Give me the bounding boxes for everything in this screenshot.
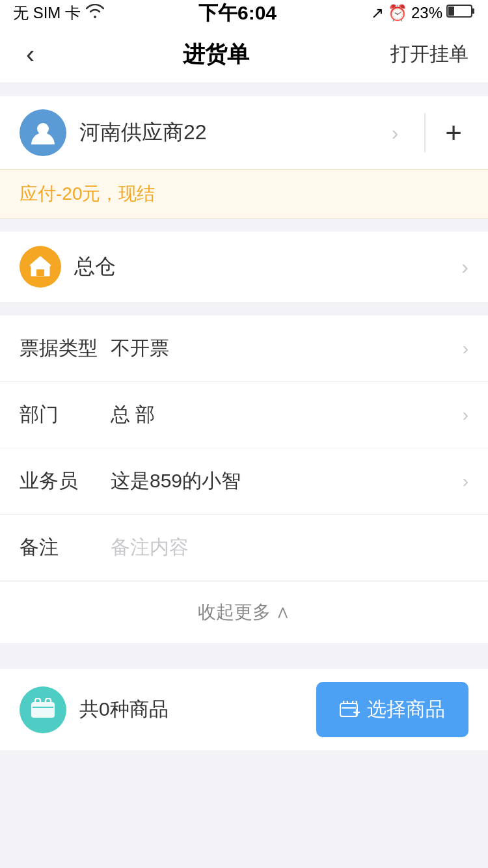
section-gap-4 [0,643,488,656]
bottom-bar: 共0种商品 选择商品 [0,669,488,750]
notice-bar: 应付-20元，现结 [0,169,488,219]
status-right: ↗ ⏰ 23% [371,4,475,22]
supplier-arrow-icon: › [392,121,399,145]
salesman-row[interactable]: 业务员 这是859的小智 › [0,448,488,515]
back-button[interactable]: ‹ [20,33,41,75]
svg-rect-5 [31,702,55,718]
dept-value: 总 部 [111,401,456,428]
no-sim-label: 无 SIM 卡 [13,3,81,23]
svg-rect-2 [448,7,454,16]
invoice-arrow-icon: › [463,338,468,359]
battery-icon [446,4,475,22]
page-title: 进货单 [183,40,249,70]
open-pending-button[interactable]: 打开挂单 [390,41,468,68]
invoice-type-label: 票据类型 [20,335,111,362]
svg-rect-4 [36,269,44,276]
form-section: 票据类型 不开票 › 部门 总 部 › 业务员 这是859的小智 › 备注 备注… [0,316,488,643]
battery-label: 23% [411,4,442,22]
section-gap-1 [0,83,488,96]
section-gap-2 [0,219,488,232]
remark-row[interactable]: 备注 备注内容 [0,515,488,581]
location-icon: ↗ [371,4,384,22]
dept-arrow-icon: › [463,405,468,426]
status-bar: 无 SIM 卡 下午6:04 ↗ ⏰ 23% [0,0,488,26]
section-gap-3 [0,303,488,316]
warehouse-icon [20,246,61,288]
salesman-arrow-icon: › [463,471,468,492]
supplier-name: 河南供应商22 [79,118,392,147]
warehouse-row[interactable]: 总仓 › [0,232,488,303]
remark-label: 备注 [20,534,111,561]
salesman-value: 这是859的小智 [111,468,456,495]
notice-text: 应付-20元，现结 [20,183,155,204]
status-left: 无 SIM 卡 [13,3,104,23]
supplier-avatar [20,109,66,156]
nav-bar: ‹ 进货单 打开挂单 [0,26,488,83]
select-product-label: 选择商品 [367,696,445,723]
cart-icon-container [20,686,66,733]
collapse-button[interactable]: 收起更多 ∧ [0,581,488,643]
dept-row[interactable]: 部门 总 部 › [0,382,488,448]
page-background [0,750,488,868]
invoice-type-row[interactable]: 票据类型 不开票 › [0,316,488,382]
wifi-icon [86,4,104,22]
svg-rect-6 [340,703,357,716]
warehouse-name: 总仓 [74,252,461,281]
warehouse-arrow-icon: › [461,255,468,279]
dept-label: 部门 [20,401,111,428]
supplier-section: 河南供应商22 › + [0,96,488,169]
remark-input[interactable]: 备注内容 [111,534,468,561]
supplier-divider [424,113,426,152]
add-supplier-button[interactable]: + [439,116,468,149]
select-product-button[interactable]: 选择商品 [316,682,468,737]
collapse-label: 收起更多 ∧ [198,600,291,625]
salesman-label: 业务员 [20,468,111,495]
status-time: 下午6:04 [198,0,277,27]
product-count: 共0种商品 [79,696,316,723]
alarm-icon: ⏰ [388,4,407,22]
invoice-type-value: 不开票 [111,335,456,362]
svg-rect-1 [472,8,474,14]
